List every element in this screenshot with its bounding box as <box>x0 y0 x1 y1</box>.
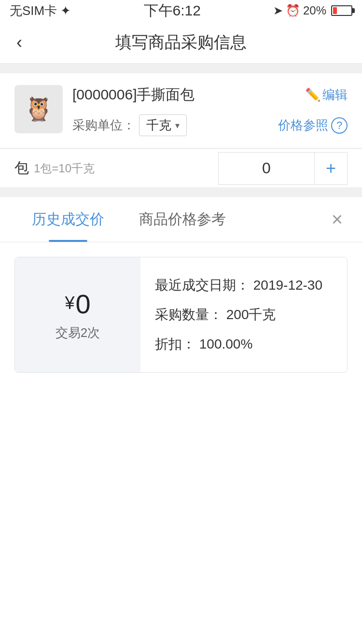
qty-plus-button[interactable]: + <box>315 152 348 185</box>
yen-symbol: ¥ <box>65 293 74 313</box>
qty-control: + <box>218 152 348 185</box>
history-card-left: ¥ 0 交易2次 <box>15 257 140 372</box>
history-card: ¥ 0 交易2次 最近成交日期： 2019-12-30 采购数量： 200千克 … <box>14 257 348 373</box>
back-button[interactable]: ‹ <box>12 28 27 57</box>
bottom-space <box>0 387 362 644</box>
discount-value: 100.00% <box>199 336 253 351</box>
qty-label-group: 包 1包=10千克 <box>14 158 95 178</box>
discount-label: 折扣： <box>155 336 195 351</box>
product-unit-row: 采购单位： 千克 ▾ 价格参照 ? <box>72 114 348 136</box>
product-name: [0000006]手撕面包 <box>72 85 195 105</box>
date-value: 2019-12-30 <box>253 278 322 293</box>
qty-label-detail: 采购数量： <box>155 307 223 322</box>
tab-history-price[interactable]: 历史成交价 <box>14 197 122 242</box>
unit-value: 千克 <box>146 117 171 134</box>
history-content: ¥ 0 交易2次 最近成交日期： 2019-12-30 采购数量： 200千克 … <box>0 242 362 387</box>
edit-label: 编辑 <box>322 86 348 103</box>
tab-product-price-ref[interactable]: 商品价格参考 <box>122 197 243 242</box>
product-logo-icon: 🦉 <box>24 96 53 123</box>
help-icon: ? <box>331 117 348 134</box>
price-ref-label: 价格参照 <box>278 117 328 134</box>
tab-history-label: 历史成交价 <box>32 211 104 227</box>
chevron-down-icon: ▾ <box>175 120 180 131</box>
status-time: 下午6:12 <box>144 1 201 21</box>
quantity-section: 包 1包=10千克 + <box>0 149 362 187</box>
unit-select-dropdown[interactable]: 千克 ▾ <box>139 114 187 136</box>
alarm-icon: ⏰ <box>286 4 300 17</box>
status-left: 无SIM卡 ✦ <box>10 2 71 19</box>
product-thumbnail: 🦉 <box>14 85 63 133</box>
tab-price-ref-label: 商品价格参考 <box>139 211 226 227</box>
status-bar: 无SIM卡 ✦ 下午6:12 ➤ ⏰ 20% <box>0 0 362 21</box>
tabs-container: 历史成交价 商品价格参考 <box>14 197 243 242</box>
tab-close-button[interactable]: × <box>327 204 348 235</box>
location-icon: ➤ <box>273 4 283 17</box>
qty-value-detail: 200千克 <box>226 307 276 322</box>
history-discount-row: 折扣： 100.00% <box>155 334 333 355</box>
product-top-row: [0000006]手撕面包 ✏️ 编辑 <box>72 85 348 105</box>
quantity-input[interactable] <box>218 152 315 185</box>
carrier-text: 无SIM卡 ✦ <box>10 2 71 19</box>
battery-icon <box>331 5 352 16</box>
edit-icon: ✏️ <box>305 87 320 102</box>
edit-button[interactable]: ✏️ 编辑 <box>305 86 348 103</box>
product-card: 🦉 [0000006]手撕面包 ✏️ 编辑 采购单位： 千克 ▾ <box>0 73 362 148</box>
history-qty-row: 采购数量： 200千克 <box>155 304 333 326</box>
qty-unit-name: 包 <box>14 158 29 178</box>
nav-bar: ‹ 填写商品采购信息 <box>0 21 362 64</box>
history-card-right: 最近成交日期： 2019-12-30 采购数量： 200千克 折扣： 100.0… <box>140 257 347 372</box>
unit-label: 采购单位： <box>72 117 135 134</box>
page-title: 填写商品采购信息 <box>115 31 247 54</box>
product-header: 🦉 [0000006]手撕面包 ✏️ 编辑 采购单位： 千克 ▾ <box>14 85 348 136</box>
history-trades: 交易2次 <box>56 324 100 341</box>
battery-percent: 20% <box>303 4 326 17</box>
history-price: ¥ 0 <box>65 288 90 320</box>
price-reference-button[interactable]: 价格参照 ? <box>278 117 348 134</box>
history-date-row: 最近成交日期： 2019-12-30 <box>155 275 333 296</box>
product-info: [0000006]手撕面包 ✏️ 编辑 采购单位： 千克 ▾ 价格参照 ? <box>72 85 348 136</box>
unit-selector-group: 采购单位： 千克 ▾ <box>72 114 187 136</box>
qty-unit-ratio: 1包=10千克 <box>34 161 95 176</box>
price-value: 0 <box>75 288 90 320</box>
status-right: ➤ ⏰ 20% <box>273 4 352 17</box>
date-label: 最近成交日期： <box>155 278 250 293</box>
tabs-section: 历史成交价 商品价格参考 × <box>0 197 362 242</box>
